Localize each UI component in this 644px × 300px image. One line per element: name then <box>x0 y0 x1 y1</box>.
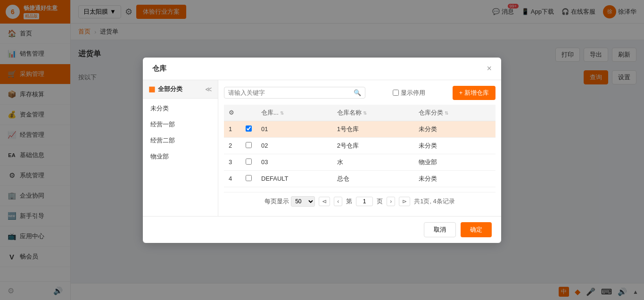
row-category: 未分类 <box>414 170 495 187</box>
table-row[interactable]: 3 03 水 物业部 <box>224 154 495 170</box>
collapse-category-button[interactable]: ≪ <box>205 85 212 93</box>
row-checkbox[interactable] <box>246 125 252 132</box>
category-item-operations2[interactable]: 经营二部 <box>143 133 218 149</box>
modal-body: ▦ 全部分类 ≪ 未分类 经营一部 经营二部 物业部 <box>143 80 501 216</box>
page-next-button[interactable]: › <box>387 197 395 206</box>
row-checkbox-cell[interactable] <box>241 154 256 170</box>
row-num: 1 <box>224 121 241 137</box>
row-name: 水 <box>332 154 414 170</box>
row-checkbox-cell[interactable] <box>241 121 256 137</box>
row-checkbox[interactable] <box>246 142 252 148</box>
row-num: 3 <box>224 154 241 170</box>
row-num: 2 <box>224 137 241 154</box>
row-code: 02 <box>256 137 332 154</box>
sort-icon-category: ⇅ <box>445 110 448 116</box>
row-category: 物业部 <box>414 154 495 170</box>
table-settings-icon[interactable]: ⚙ <box>229 109 234 116</box>
cancel-button[interactable]: 取消 <box>424 222 456 237</box>
page-last-button[interactable]: ⊳ <box>399 197 410 206</box>
warehouse-modal: 仓库 × ▦ 全部分类 ≪ 未分类 经营一部 经营二部 物业部 <box>143 58 501 243</box>
category-panel: ▦ 全部分类 ≪ 未分类 经营一部 经营二部 物业部 <box>143 80 218 216</box>
row-category: 未分类 <box>414 137 495 154</box>
col-code: 仓库... ⇅ <box>256 105 332 121</box>
total-info: 共1页, 4条记录 <box>414 197 455 206</box>
show-disabled-input[interactable] <box>393 90 399 96</box>
category-header: ▦ 全部分类 ≪ <box>143 80 218 99</box>
row-name: 2号仓库 <box>332 137 414 154</box>
confirm-button[interactable]: 确定 <box>461 222 492 237</box>
modal-title: 仓库 <box>152 64 166 73</box>
page-label: 页 <box>377 197 383 206</box>
row-name: 总仓 <box>332 170 414 187</box>
search-box: 🔍 <box>224 87 365 99</box>
row-code: 03 <box>256 154 332 170</box>
page-first-button[interactable]: ⊲ <box>319 197 330 206</box>
category-item-operations1[interactable]: 经营一部 <box>143 117 218 133</box>
category-item-property[interactable]: 物业部 <box>143 149 218 165</box>
row-code: 01 <box>256 121 332 137</box>
category-list: 未分类 经营一部 经营二部 物业部 <box>143 99 218 167</box>
sort-icon-code: ⇅ <box>280 110 284 116</box>
sort-icon-name: ⇅ <box>363 110 367 116</box>
page-size-selector: 每页显示 10 20 50 100 <box>264 196 315 207</box>
col-checkbox <box>241 105 256 121</box>
page-number-input[interactable] <box>356 197 373 206</box>
col-name: 仓库名称 ⇅ <box>332 105 414 121</box>
modal-toolbar: 🔍 显示停用 + 新增仓库 <box>224 86 495 100</box>
modal-header: 仓库 × <box>143 58 501 80</box>
modal-overlay: 仓库 × ▦ 全部分类 ≪ 未分类 经营一部 经营二部 物业部 <box>0 0 644 300</box>
row-num: 4 <box>224 170 241 187</box>
row-name: 1号仓库 <box>332 121 414 137</box>
show-disabled-checkbox[interactable]: 显示停用 <box>393 89 425 97</box>
row-code: DEFAULT <box>256 170 332 187</box>
page-prev-button[interactable]: ‹ <box>334 197 342 206</box>
row-checkbox[interactable] <box>246 175 252 181</box>
pagination: 每页显示 10 20 50 100 ⊲ ‹ 第 页 › ⊳ <box>224 192 495 210</box>
table-row[interactable]: 1 01 1号仓库 未分类 <box>224 121 495 137</box>
search-input[interactable] <box>228 89 352 96</box>
row-checkbox[interactable] <box>246 158 252 165</box>
row-checkbox-cell[interactable] <box>241 170 256 187</box>
grid-icon: ▦ <box>149 85 155 93</box>
row-category: 未分类 <box>414 121 495 137</box>
table-row[interactable]: 4 DEFAULT 总仓 未分类 <box>224 170 495 187</box>
category-title: ▦ 全部分类 <box>149 85 182 93</box>
page-go-label: 第 <box>346 197 352 206</box>
table-row[interactable]: 2 02 2号仓库 未分类 <box>224 137 495 154</box>
col-settings: ⚙ <box>224 105 241 121</box>
table-panel: 🔍 显示停用 + 新增仓库 ⚙ <box>218 80 501 216</box>
page-size-select[interactable]: 10 20 50 100 <box>291 196 315 207</box>
modal-close-button[interactable]: × <box>487 64 492 73</box>
row-checkbox-cell[interactable] <box>241 137 256 154</box>
modal-footer: 取消 确定 <box>143 216 501 243</box>
col-category: 仓库分类 ⇅ <box>414 105 495 121</box>
add-warehouse-button[interactable]: + 新增仓库 <box>453 86 495 100</box>
category-item-uncategorized[interactable]: 未分类 <box>143 100 218 117</box>
search-icon: 🔍 <box>354 89 361 96</box>
warehouse-table: ⚙ 仓库... ⇅ 仓库名称 ⇅ <box>224 105 495 187</box>
